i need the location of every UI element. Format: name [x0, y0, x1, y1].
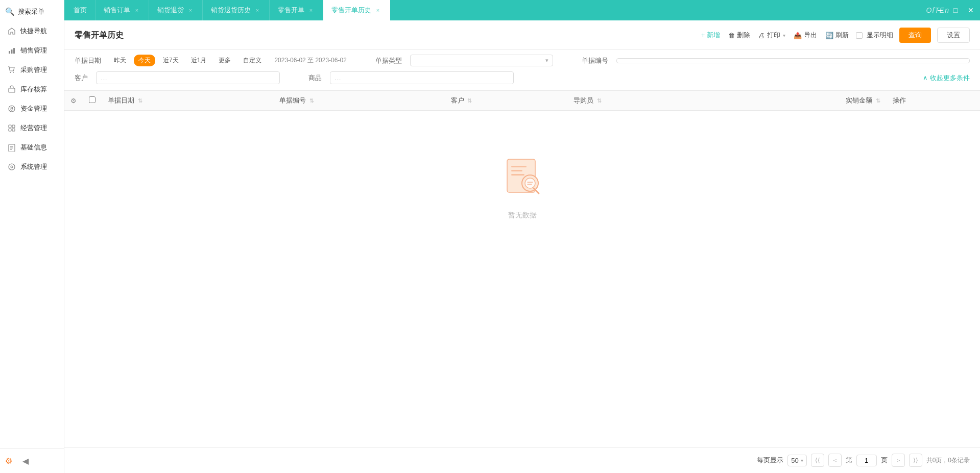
sidebar-item-operations[interactable]: 经营管理 — [0, 118, 64, 138]
close-window-btn[interactable]: ✕ — [964, 3, 978, 17]
svg-rect-1 — [11, 49, 13, 54]
sort-icon[interactable]: ⇅ — [876, 97, 880, 104]
export-button[interactable]: 📤 导出 — [793, 29, 818, 42]
purchase-icon — [7, 65, 16, 74]
doc-number-input[interactable] — [616, 58, 970, 63]
last-page-button[interactable]: ⟩⟩ — [909, 454, 922, 467]
tab-close-icon[interactable]: × — [307, 7, 315, 14]
maximize-btn[interactable]: □ — [948, 3, 963, 17]
th-date-label: 单据日期 — [108, 96, 134, 104]
sidebar-item-label: 经营管理 — [20, 123, 47, 133]
page-number-input[interactable] — [856, 455, 877, 466]
doc-type-select[interactable]: ▾ — [410, 55, 553, 66]
sidebar-item-inventory[interactable]: 库存核算 — [0, 80, 64, 99]
svg-rect-8 — [12, 125, 15, 128]
ops-icon — [7, 123, 16, 133]
svg-point-16 — [11, 166, 13, 168]
display-detail-label: 显示明细 — [867, 31, 893, 40]
svg-rect-9 — [9, 129, 11, 131]
sort-icon[interactable]: ⇅ — [309, 97, 314, 104]
sidebar-item-quick-nav[interactable]: 快捷导航 — [0, 21, 64, 41]
sort-icon[interactable]: ⇅ — [467, 97, 472, 104]
sidebar-item-purchase-mgmt[interactable]: 采购管理 — [0, 60, 64, 80]
sidebar-item-sys-mgmt[interactable]: 系统管理 — [0, 157, 64, 177]
th-settings: ⚙ — [64, 91, 83, 111]
tab-home[interactable]: 首页 — [64, 0, 95, 20]
add-label: + 新增 — [701, 31, 720, 40]
tab-retail-open-history[interactable]: 零售开单历史 × — [323, 0, 390, 20]
prev-page-button[interactable]: ＜ — [828, 454, 842, 467]
chevron-down-icon: ▾ — [545, 57, 548, 64]
sidebar-item-sales-mgmt[interactable]: 销售管理 — [0, 41, 64, 60]
svg-rect-20 — [511, 174, 524, 176]
sort-icon[interactable]: ⇅ — [597, 97, 602, 104]
next-page-button[interactable]: ＞ — [892, 454, 905, 467]
home-icon — [7, 27, 16, 36]
settings-label: 设置 — [947, 31, 960, 39]
search-icon: 🔍 — [5, 7, 15, 16]
date-btn-custom[interactable]: 自定义 — [238, 55, 266, 66]
add-button[interactable]: + 新增 — [700, 29, 721, 42]
tab-sales-return[interactable]: 销货退货 × — [149, 0, 203, 20]
tab-sales-order[interactable]: 销售订单 × — [95, 0, 149, 20]
date-btn-7days[interactable]: 近7天 — [158, 55, 183, 66]
delete-button[interactable]: 🗑 删除 — [727, 29, 751, 42]
tab-label: 销货退货 — [157, 6, 184, 15]
collapse-icon[interactable]: ◀ — [22, 456, 29, 466]
tab-close-icon[interactable]: × — [133, 7, 140, 14]
print-button[interactable]: 🖨 打印 ▾ — [757, 29, 786, 42]
sidebar-item-finance[interactable]: 资金管理 — [0, 99, 64, 118]
date-btn-more[interactable]: 更多 — [214, 55, 235, 66]
date-btn-yesterday[interactable]: 昨天 — [109, 55, 131, 66]
filter-area: 单据日期 昨天 今天 近7天 近1月 更多 自定义 2023-06-02 至 2… — [64, 49, 980, 91]
box-icon — [7, 85, 16, 94]
page-label-prefix: 第 — [846, 456, 852, 465]
page-content: 零售开单历史 + 新增 🗑 删除 🖨 打印 ▾ 📤 — [64, 20, 980, 473]
settings-button[interactable]: 设置 — [937, 28, 970, 43]
svg-rect-18 — [511, 166, 527, 167]
svg-point-22 — [525, 178, 535, 188]
collapse-more-btn[interactable]: ∧ 收起更多条件 — [923, 73, 970, 83]
last-page-icon: ⟩⟩ — [913, 457, 918, 464]
page-label-suffix: 页 — [881, 456, 888, 465]
customer-input[interactable]: … — [96, 71, 280, 84]
column-settings-icon[interactable]: ⚙ — [70, 97, 77, 105]
sort-icon[interactable]: ⇅ — [138, 97, 142, 104]
tab-close-icon[interactable]: × — [374, 7, 381, 14]
gear-icon[interactable]: ⚙ — [5, 456, 12, 466]
page-title: 零售开单历史 — [75, 30, 124, 41]
th-action: 操作 — [887, 91, 980, 111]
select-all-checkbox[interactable] — [89, 96, 95, 103]
page-header: 零售开单历史 + 新增 🗑 删除 🖨 打印 ▾ 📤 — [64, 20, 980, 49]
sidebar-item-basic-info[interactable]: 基础信息 — [0, 138, 64, 157]
sidebar: 🔍 搜索采单 快捷导航 销售管理 采购管理 库存核算 资金管理 — [0, 0, 64, 473]
checkbox-icon — [856, 32, 863, 39]
tab-close-icon[interactable]: × — [254, 7, 261, 14]
customer-label: 客户 — [75, 73, 88, 83]
next-page-icon: ＞ — [895, 456, 901, 465]
refresh-icon: 🔄 — [825, 32, 833, 39]
tab-home-label: 首页 — [74, 6, 87, 15]
th-amount-label: 实销金额 — [846, 96, 872, 104]
tab-label: 零售开单 — [278, 6, 304, 15]
goods-input[interactable]: … — [330, 71, 514, 84]
tab-retail-open[interactable]: 零售开单 × — [270, 0, 323, 20]
per-page-select[interactable]: 50 ▾ — [787, 455, 806, 466]
print-icon: 🖨 — [758, 32, 765, 39]
tab-sales-return-history[interactable]: 销货退货历史 × — [203, 0, 270, 20]
refresh-button[interactable]: 🔄 刷新 — [824, 29, 850, 42]
sidebar-item-label: 基础信息 — [20, 143, 47, 152]
date-btn-today[interactable]: 今天 — [134, 55, 155, 66]
per-page-label: 每页显示 — [757, 456, 783, 465]
minimize-btn[interactable]: ─ — [933, 3, 947, 17]
tab-close-icon[interactable]: × — [187, 7, 194, 14]
tab-label: 销货退货历史 — [211, 6, 251, 15]
date-btn-1month[interactable]: 近1月 — [186, 55, 211, 66]
sidebar-search[interactable]: 🔍 搜索采单 — [0, 0, 64, 21]
first-page-button[interactable]: ⟨⟨ — [811, 454, 824, 467]
sidebar-item-label: 采购管理 — [20, 65, 47, 74]
query-button[interactable]: 查询 — [899, 28, 931, 43]
empty-state: 暂无数据 — [64, 111, 980, 261]
display-detail-button[interactable]: 显示明细 — [856, 31, 893, 40]
svg-rect-19 — [511, 170, 522, 171]
